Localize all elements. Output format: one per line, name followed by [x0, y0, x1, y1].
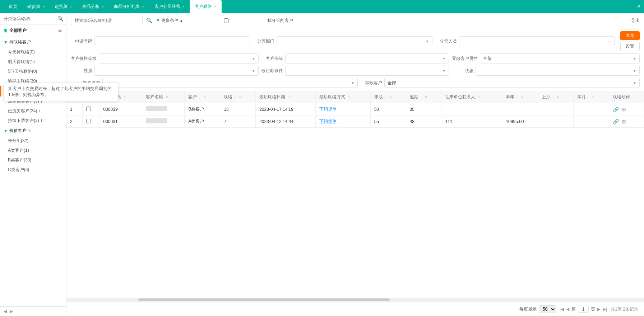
dept-select[interactable]: ▼ — [277, 36, 432, 46]
row1-type: B类客户 — [185, 103, 220, 115]
prev-page-btn[interactable]: ◀ — [566, 307, 569, 312]
nav-sales-close[interactable]: × — [42, 4, 45, 9]
status-select[interactable]: ▼ — [476, 66, 640, 76]
filter-gender: 性质 ▼ — [71, 66, 259, 76]
row2-way[interactable]: 下销货单 — [316, 115, 370, 128]
row2-grid-icon[interactable]: ⊞ — [622, 119, 626, 124]
row1-name[interactable] — [142, 103, 185, 115]
gender-select[interactable]: ▼ — [94, 66, 259, 76]
sidebar-item-b-class[interactable]: B类客户(33) — [0, 155, 66, 165]
scroll-thumb[interactable] — [138, 298, 390, 301]
close-all-tabs[interactable]: × — [637, 3, 640, 10]
row1-date: 2023-04-17 14:19: — [256, 103, 316, 115]
row1-last-month — [538, 103, 574, 115]
row1-unpaid: 50 — [370, 103, 406, 115]
col-last-month[interactable]: 上月... ⇅ — [538, 91, 574, 103]
my-customer-label[interactable]: 我分管的客户 — [187, 18, 293, 24]
export-icon: ↑ — [628, 18, 630, 23]
edit-icon[interactable]: ✎ — [28, 128, 32, 133]
retail-customer-select[interactable]: 全部 ▼ — [384, 78, 640, 88]
sidebar-search-input[interactable] — [4, 16, 57, 21]
nav-customer-tier-close[interactable]: × — [182, 4, 185, 9]
next-page-btn[interactable]: ▶ — [597, 307, 601, 312]
col-contact[interactable]: 联络... ⇅ — [220, 91, 256, 103]
sidebar-item-declining[interactable]: 持续下滑客户(2) ℹ — [0, 116, 66, 126]
row2-checkbox[interactable] — [82, 115, 99, 128]
col-last-contact-date[interactable]: 最后联络日期 ⇅ — [256, 91, 316, 103]
row2-code[interactable]: 000031 — [99, 115, 142, 128]
col-unpaid[interactable]: 未联... ⇅ — [370, 91, 406, 103]
sidebar-collapse-btn[interactable]: ≫ — [58, 28, 62, 33]
search-input[interactable] — [71, 16, 143, 25]
sidebar-item-c-class[interactable]: C类客户(6) — [0, 165, 66, 175]
sort-unpaid-icon: ⇅ — [389, 95, 392, 99]
filter-dept: 分管部门 ▼ — [253, 36, 432, 46]
row2-name[interactable] — [142, 115, 185, 128]
sidebar-item-tomorrow[interactable]: 明天待联络(1) — [0, 57, 66, 67]
sort-unit-icon: ⇅ — [478, 95, 481, 99]
my-customer-checkbox[interactable] — [187, 18, 266, 23]
total-info: 共1页 2条记录 — [611, 306, 638, 312]
retail-attr-select[interactable]: 全部 ▼ — [480, 53, 640, 63]
col-overdue[interactable]: 逾期... ⇅ — [406, 91, 441, 103]
payment-select[interactable]: ▼ — [285, 66, 449, 76]
phone-input[interactable] — [94, 36, 250, 46]
nav-purchase-close[interactable]: × — [70, 4, 72, 9]
row1-grid-icon[interactable]: ⊞ — [622, 107, 626, 112]
filter-retail-customer: 零散客户 全部 ▼ — [361, 78, 640, 88]
level-select[interactable]: ▼ — [285, 53, 449, 63]
export-btn[interactable]: ↑ 导出 — [628, 18, 640, 24]
page-num-display[interactable]: 1 — [578, 306, 589, 313]
first-page-btn[interactable]: |◀ — [560, 307, 564, 312]
nav-customer-tier[interactable]: 客户分层经营 × — [149, 0, 190, 13]
nav-customer-contact-close[interactable]: × — [214, 4, 216, 9]
nav-analysis-list[interactable]: 商品分析列表 × — [109, 0, 149, 13]
sidebar-item-a-class[interactable]: A类客户(1) — [0, 146, 66, 155]
horizontal-scrollbar[interactable] — [66, 298, 644, 302]
col-this-month[interactable]: 本月... ⇅ — [574, 91, 609, 103]
row2-link-icon[interactable]: 🔗 — [613, 119, 619, 124]
sidebar-item-ungrouped[interactable]: 未分组(32) — [0, 136, 66, 146]
more-filter-btn[interactable]: ▼ 更多条件 ▲ — [156, 18, 183, 24]
customer-type-select[interactable]: ▼ — [102, 78, 358, 88]
col-type[interactable]: 客户... ⇅ — [185, 91, 220, 103]
col-this-year[interactable]: 本年... ⇅ — [502, 91, 538, 103]
settings-button[interactable]: 设置 — [620, 42, 640, 51]
gender-arrow: ▼ — [252, 69, 255, 73]
sidebar-item-lost[interactable]: 已流失客户(24) ℹ — [0, 106, 66, 116]
content-area: 🔍 ▼ 更多条件 ▲ 我分管的客户 ↑ 导出 电话号码 — [66, 13, 644, 316]
nav-analysis-close[interactable]: × — [102, 4, 104, 9]
query-button[interactable]: 查询 — [620, 31, 640, 40]
sidebar-group-pending[interactable]: ▼ 待联络客户 — [0, 37, 66, 47]
filter-customer-type: 客户类型 ▼ — [79, 78, 358, 88]
person-select[interactable]: ··· — [459, 36, 615, 46]
row1-code[interactable]: 000039 — [99, 103, 142, 115]
nav-purchase[interactable]: 进货单 × — [50, 0, 77, 13]
row1-select[interactable] — [86, 107, 91, 111]
nav-sales[interactable]: 销货单 × — [22, 0, 50, 13]
sidebar-item-today[interactable]: 今天待联络(0) — [0, 47, 66, 57]
nav-home[interactable]: 首页 — [4, 0, 22, 13]
row2-unit-contacts: 111 — [441, 115, 502, 128]
price-level-select[interactable]: ▼ — [99, 53, 259, 63]
row1-link-icon[interactable]: 🔗 — [613, 107, 619, 112]
sidebar-group-value[interactable]: ▼ 价值客户 ✎ — [0, 126, 66, 136]
col-unit-contacts[interactable]: 往来单位联系人 ⇅ — [441, 91, 502, 103]
sidebar-nav-right[interactable]: ▶ — [10, 309, 13, 314]
nav-analysis[interactable]: 商品分析 × — [77, 0, 109, 13]
nav-customer-contact[interactable]: 客户联络 × — [190, 0, 221, 13]
row1-checkbox[interactable] — [82, 103, 99, 115]
sidebar-item-7days[interactable]: 近7天待联络(0) — [0, 67, 66, 76]
row1-way[interactable]: 下销货单 — [316, 103, 370, 115]
filter-row-2: 客户价格等级 ▼ 客户等级 ▼ 零散客户属性 全部 — [71, 53, 640, 63]
sidebar-nav-left[interactable]: ◀ — [4, 309, 7, 314]
per-page-select[interactable]: 50 — [539, 305, 556, 313]
row2-select[interactable] — [86, 119, 91, 123]
col-name[interactable]: 客户名称 ⇅ — [142, 91, 185, 103]
col-last-contact-way[interactable]: 最后联络方式 ⇅ — [316, 91, 370, 103]
sidebar-search-icon[interactable]: 🔍 — [57, 16, 64, 22]
last-page-btn[interactable]: ▶| — [603, 307, 607, 312]
filter-row-1: 电话号码 分管部门 ▼ 分管人员 ··· — [71, 31, 640, 51]
nav-analysis-list-close[interactable]: × — [142, 4, 144, 9]
search-button[interactable]: 🔍 — [146, 18, 152, 23]
